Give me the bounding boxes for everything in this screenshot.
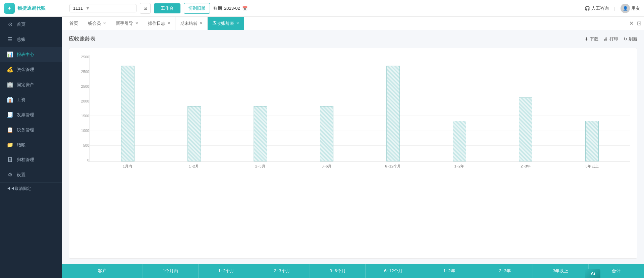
close-all-tabs-button[interactable]: ✕ [629, 20, 634, 26]
download-icon: ⬇ [585, 37, 588, 42]
th-1-2year: 1~2年 [421, 264, 477, 278]
sidebar-item-home[interactable]: ⊙ 首页 [0, 17, 62, 32]
chart-grid [89, 55, 630, 162]
chart-area: 2500 2500 2500 2000 1500 1000 500 0 [76, 55, 630, 169]
tab-period[interactable]: 期末结转 ✕ [175, 17, 208, 30]
sidebar-item-salary[interactable]: 👔 工资 [0, 92, 62, 107]
refresh-icon: ↻ [624, 37, 627, 42]
user-button[interactable]: 👤 用友 [621, 4, 640, 13]
tabs-bar: 首页 畅会员 ✕ 新手引导 ✕ 操作日志 ✕ 期末结转 ✕ 应收账龄表 ✕ [62, 17, 644, 30]
ai-badge[interactable]: Ai [585, 269, 600, 278]
sidebar-label-settings: 设置 [17, 172, 25, 178]
page-actions: ⬇ 下载 🖨 打印 ↻ 刷新 [585, 36, 637, 42]
sidebar-label-funds: 资金管理 [17, 67, 34, 73]
table-header: 客户 1个月内 1~2个月 2~3个月 3~6个月 6~12个月 1~2年 2~… [62, 264, 644, 278]
period-value: 2023-02 [224, 6, 240, 11]
calendar-icon[interactable]: 📅 [242, 6, 248, 11]
divider: | [614, 6, 615, 11]
x-label-3: 2~3月 [229, 164, 292, 169]
sidebar-item-funds[interactable]: 💰 资金管理 [0, 62, 62, 77]
th-1month: 1个月内 [143, 264, 199, 278]
tab-aging-label: 应收账龄表 [212, 20, 234, 26]
x-label-4: 3~6月 [295, 164, 358, 169]
refresh-label: 刷新 [629, 36, 637, 42]
sidebar-item-settings[interactable]: ⚙ 设置 [0, 167, 62, 182]
th-1-2month: 1~2个月 [199, 264, 254, 278]
sidebar-label-closing: 结账 [17, 142, 25, 148]
refresh-button[interactable]: ↻ 刷新 [624, 36, 637, 42]
page-content: 应收账龄表 ⬇ 下载 🖨 打印 ↻ 刷新 [62, 30, 644, 264]
tab-log-close[interactable]: ✕ [167, 21, 170, 25]
bar-5 [386, 66, 400, 161]
print-button[interactable]: 🖨 打印 [604, 36, 618, 42]
sidebar-label-home: 首页 [17, 21, 25, 27]
y-label-0: 0 [76, 158, 89, 162]
logo-area: ✦ 畅捷通易代账 [4, 3, 66, 14]
tab-period-close[interactable]: ✕ [200, 21, 203, 25]
y-label-1500: 1500 [76, 114, 89, 118]
sidebar-item-assets[interactable]: 🏢 固定资产 [0, 77, 62, 92]
y-label-2500c: 2500 [76, 84, 89, 88]
company-select[interactable]: 1111 ▼ [69, 4, 137, 12]
tab-home[interactable]: 首页 [65, 17, 83, 30]
download-button[interactable]: ⬇ 下载 [585, 36, 598, 42]
x-label-5: 6~12个月 [362, 164, 425, 169]
y-label-2000: 2000 [76, 99, 89, 103]
tab-guide-close[interactable]: ✕ [135, 21, 138, 25]
bar-2 [187, 106, 201, 161]
bar-1 [121, 66, 135, 161]
chart-y-axis: 2500 2500 2500 2000 1500 1000 500 0 [76, 55, 89, 169]
x-label-1: 1月内 [96, 164, 159, 169]
sidebar-item-invoice[interactable]: 🧾 发票管理 [0, 107, 62, 122]
th-3-6month: 3~6个月 [310, 264, 366, 278]
consultant-label: 人工咨询 [591, 5, 609, 11]
bar-4 [320, 106, 333, 161]
content-area: 首页 畅会员 ✕ 新手引导 ✕ 操作日志 ✕ 期末结转 ✕ 应收账龄表 ✕ [62, 17, 644, 278]
switch-version-button[interactable]: 切到旧版 [184, 3, 210, 14]
invoice-icon: 🧾 [7, 112, 13, 118]
sidebar-item-tax[interactable]: 📋 税务管理 [0, 122, 62, 137]
logo-icon: ✦ [4, 3, 15, 14]
bar-group-7 [494, 55, 557, 161]
archive-icon: 🗄 [7, 157, 13, 163]
bar-3 [254, 106, 267, 161]
tab-member-close[interactable]: ✕ [103, 21, 106, 25]
cancel-pin-button[interactable]: ◀◀取消固定 [0, 182, 62, 195]
consultant-button[interactable]: 🎧 人工咨询 [585, 5, 609, 11]
bar-group-6 [428, 55, 491, 161]
expand-button[interactable]: ⊡ [637, 20, 641, 26]
x-label-6: 1~2年 [428, 164, 491, 169]
tabs-right: ✕ ⊡ [629, 20, 641, 26]
th-2-3year: 2~3年 [477, 264, 533, 278]
bar-group-8 [560, 55, 624, 161]
tab-aging[interactable]: 应收账龄表 ✕ [208, 17, 244, 30]
sidebar-label-reports: 报表中心 [17, 52, 34, 58]
bar-group-5 [362, 55, 425, 161]
company-name: 1111 [73, 6, 83, 11]
sidebar-label-archive: 归档管理 [17, 157, 34, 163]
tab-member-label: 畅会员 [88, 20, 101, 26]
sidebar-item-closing[interactable]: 📁 结账 [0, 137, 62, 152]
sidebar-item-archive[interactable]: 🗄 归档管理 [0, 152, 62, 167]
tab-member[interactable]: 畅会员 ✕ [83, 17, 111, 30]
bar-group-2 [163, 55, 226, 161]
page-header: 应收账龄表 ⬇ 下载 🖨 打印 ↻ 刷新 [69, 36, 637, 43]
sidebar-item-reports[interactable]: 📊 报表中心 [0, 47, 62, 62]
bar-6 [453, 121, 466, 161]
tab-log[interactable]: 操作日志 ✕ [143, 17, 175, 30]
sidebar-item-ledger[interactable]: ☰ 总账 [0, 32, 62, 47]
assets-icon: 🏢 [7, 81, 13, 88]
y-label-500: 500 [76, 143, 89, 147]
copy-icon: ⊡ [144, 6, 147, 11]
period-label: 账期 [213, 5, 222, 11]
headset-icon: 🎧 [585, 6, 590, 11]
closing-icon: 📁 [7, 142, 13, 148]
y-label-2500a: 2500 [76, 55, 89, 59]
copy-button[interactable]: ⊡ [140, 3, 151, 14]
tab-aging-close[interactable]: ✕ [236, 21, 239, 25]
tab-guide[interactable]: 新手引导 ✕ [111, 17, 143, 30]
tab-log-label: 操作日志 [148, 20, 165, 26]
period-area: 账期 2023-02 📅 [213, 5, 248, 11]
workbench-button[interactable]: 工作台 [154, 3, 180, 13]
th-3year-plus: 3年以上 [533, 264, 589, 278]
